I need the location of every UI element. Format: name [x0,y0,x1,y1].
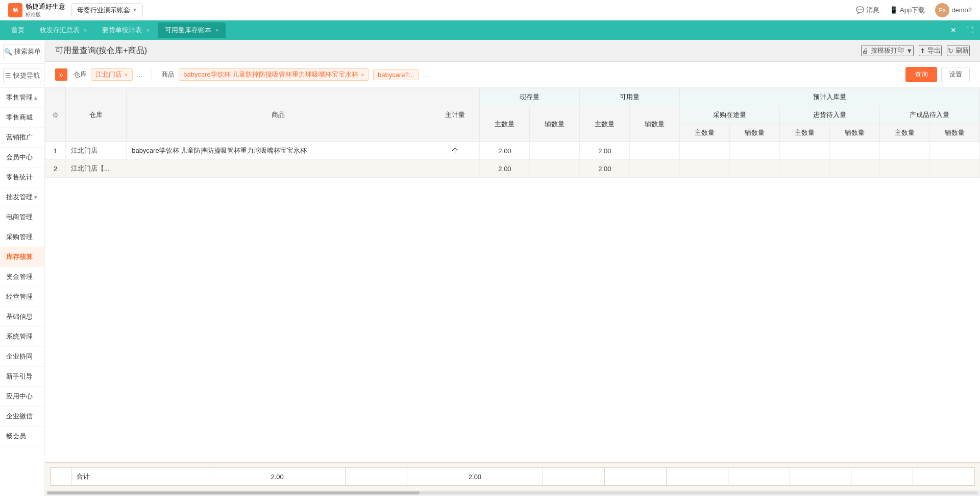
sidebar-item-retail-mgmt[interactable]: 零售管理 ▲ [0,88,44,108]
logo: 畅 畅捷通好生意 标准版 [8,2,65,18]
logo-line1: 畅捷通好生意 [26,2,65,11]
nav-expand-icon[interactable]: ⛶ [964,24,976,36]
row1-seq: 1 [45,142,66,160]
sidebar-search-area: 🔍 搜索菜单 [0,40,44,64]
refresh-button[interactable]: ↻ 刷新 [947,45,970,56]
total-row: 合计 2.00 2.00 [51,468,975,486]
sidebar-item-enterprise-wechat[interactable]: 企业微信 [0,407,44,427]
row1-available-main: 2.00 [580,142,630,160]
warehouse-filter-tag[interactable]: 江北门店 × [91,68,133,81]
total-table: 合计 2.00 2.00 [50,467,975,486]
data-table: ⚙ 仓库 商品 主计量 现存量 可用量 预计入库量 主数量 辅数量 主数量 辅数… [45,88,980,178]
filter-actions: 查询 设置 [905,67,970,82]
sidebar-item-wholesale-mgmt[interactable]: 批发管理 ▼ [0,187,44,207]
sidebar-item-members[interactable]: 会员中心 [0,148,44,168]
main-layout: 🔍 搜索菜单 ☰ 快捷导航 零售管理 ▲ 零售商城 营销推广 会员中心 零售统计 [0,40,980,496]
tab-available-stock-label: 可用量库存账本 [165,26,211,35]
row1-goods-pending-aux [830,142,880,160]
subtotal-seq: 2 [45,160,66,178]
sidebar-item-purchase[interactable]: 采购管理 [0,227,44,247]
horizontal-scrollbar[interactable] [45,490,980,496]
subtotal-available-main: 2.00 [580,160,630,178]
col-product-pending-main: 主数量 [879,124,929,142]
col-goods-pending-main: 主数量 [780,124,830,142]
tab-order-stats[interactable]: 要货单统计表 × [95,22,156,38]
phone-icon: 📱 [890,6,898,14]
chevron-down-icon: ▼ [33,195,38,200]
row1-current-aux [530,142,580,160]
col-current-main-qty: 主数量 [480,106,530,142]
product-filter-group: 商品 babycare学饮杯 儿童防摔防撞吸管杯重力球吸嘴杯宝宝水杯 × bab… [161,68,429,81]
warehouse-tag-remove[interactable]: × [124,71,128,79]
warehouse-filter-group: 仓库 江北门店 × ... [74,68,142,81]
tab-order-stats-close[interactable]: × [146,27,149,33]
nav-close-icon[interactable]: ✕ [947,24,960,36]
app-download-btn[interactable]: 📱 App下载 [890,6,925,15]
warehouse-filter-more[interactable]: ... [137,70,143,79]
sidebar-item-ecommerce[interactable]: 电商管理 [0,207,44,227]
scrollbar-thumb[interactable] [47,491,420,494]
total-pur-transit-main [605,468,667,486]
subtotal-product-pending-aux [929,160,979,178]
tab-available-stock[interactable]: 可用量库存账本 × [158,22,226,38]
export-icon: ⬆ [920,47,925,55]
subtotal-current-aux [530,160,580,178]
query-button[interactable]: 查询 [905,67,937,82]
tab-receive-summary-label: 收发存汇总表 [40,26,80,35]
subtotal-goods-pending-aux [830,160,880,178]
user-menu[interactable]: Ea demo2 [935,3,972,17]
total-available-main: 2.00 [407,468,543,486]
sidebar-item-inventory[interactable]: 库存核算 [0,247,44,267]
subtotal-pur-transit-main [680,160,730,178]
sidebar-item-retail-stats[interactable]: 零售统计 [0,168,44,187]
tab-available-stock-close[interactable]: × [215,27,218,33]
industry-selector[interactable]: 母婴行业演示账套 ▼ [71,3,143,17]
sidebar-item-new-guide[interactable]: 新手引导 [0,367,44,387]
quick-nav-button[interactable]: ☰ 快捷导航 [3,68,41,83]
sidebar-item-enterprise-collab[interactable]: 企业协同 [0,347,44,367]
product-filter-more[interactable]: ... [423,70,429,79]
tab-home[interactable]: 首页 [4,22,32,38]
message-btn[interactable]: 💬 消息 [856,6,879,15]
filter-expand-button[interactable]: » [55,68,67,81]
col-settings[interactable]: ⚙ [45,88,66,142]
filter-bar: » 仓库 江北门店 × ... 商品 babycare学饮杯 儿童防摔防撞吸管杯… [45,62,980,88]
sidebar-item-operations[interactable]: 经营管理 [0,287,44,307]
top-bar: 畅 畅捷通好生意 标准版 母婴行业演示账套 ▼ 💬 消息 📱 App下载 Ea … [0,0,980,20]
sidebar-item-sys-mgmt[interactable]: 系统管理 [0,327,44,347]
sidebar-item-base-info[interactable]: 基础信息 [0,307,44,327]
search-menu-label: 搜索菜单 [14,47,41,56]
export-button[interactable]: ⬆ 导出 [919,45,942,56]
sidebar-item-marketing[interactable]: 营销推广 [0,128,44,148]
row1-warehouse: 江北门店 [66,142,127,160]
sidebar-item-finance[interactable]: 资金管理 [0,267,44,287]
row1-pur-transit-aux [730,142,780,160]
settings-button[interactable]: 设置 [941,67,970,82]
sidebar-item-members2[interactable]: 畅会员 [0,427,44,446]
template-print-button[interactable]: 🖨 按模板打印 ▼ [861,45,914,56]
sidebar-item-retail-mall[interactable]: 零售商城 [0,108,44,128]
user-name: demo2 [951,6,972,14]
row1-goods-pending-main [780,142,830,160]
scrollbar-track[interactable] [47,491,978,494]
content-area: 可用量查询(按仓库+商品) 🖨 按模板打印 ▼ ⬆ 导出 ↻ 刷新 » [45,40,980,496]
product-filter-tag1[interactable]: babycare学饮杯 儿童防摔防撞吸管杯重力球吸嘴杯宝宝水杯 × [179,68,369,81]
row1-current-main: 2.00 [480,142,530,160]
product-filter-tag2[interactable]: babycare?... [373,69,419,80]
refresh-icon: ↻ [948,47,953,55]
tab-receive-summary[interactable]: 收发存汇总表 × [33,22,94,38]
product-filter-label: 商品 [161,70,175,79]
total-goods-pending-aux [790,468,851,486]
message-icon: 💬 [856,6,864,14]
settings-icon: ⚙ [52,111,59,119]
sidebar-item-app-center[interactable]: 应用中心 [0,387,44,407]
tab-receive-summary-close[interactable]: × [84,27,87,33]
col-goods-pending-aux: 辅数量 [830,124,880,142]
col-product-pending-aux: 辅数量 [929,124,979,142]
search-menu-button[interactable]: 🔍 搜索菜单 [3,44,41,59]
product-tag1-remove[interactable]: × [360,71,364,79]
search-icon: 🔍 [4,48,12,56]
subtotal-row: 2 江北门店【... 2.00 2.00 [45,160,980,178]
col-available-main-qty: 主数量 [580,106,630,142]
industry-label: 母婴行业演示账套 [77,6,130,15]
